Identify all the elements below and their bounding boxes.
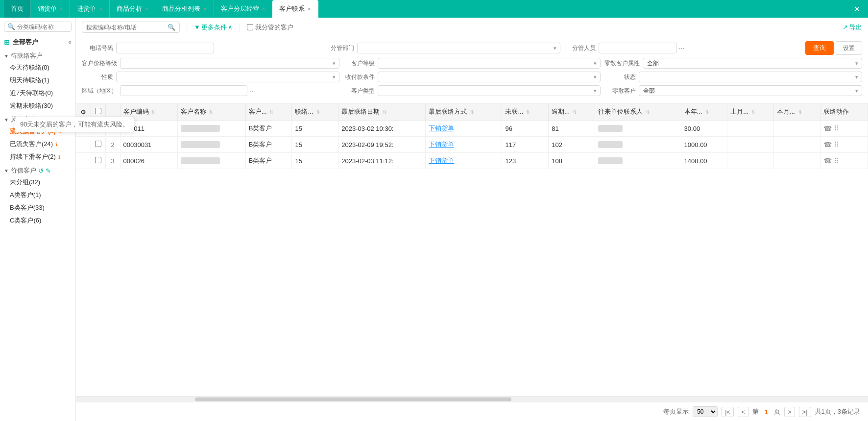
manager-input[interactable] bbox=[599, 43, 677, 53]
main-search-icon[interactable]: 🔍 bbox=[168, 24, 175, 31]
tab-home[interactable]: 首页 bbox=[4, 0, 31, 18]
col-contact[interactable]: 联络... ⇅ bbox=[292, 103, 338, 121]
export-btn[interactable]: ↗ 导出 bbox=[843, 23, 862, 32]
sidebar-item-tomorrow[interactable]: 明天待联络(1) bbox=[0, 74, 75, 87]
action-more-icon[interactable]: ⠿ bbox=[834, 141, 839, 149]
next-page-btn[interactable]: > bbox=[784, 407, 795, 417]
row-last-way[interactable]: 下销货单 bbox=[426, 153, 502, 169]
sort-icon-name[interactable]: ⇅ bbox=[209, 109, 213, 115]
action-more-icon[interactable]: ⠿ bbox=[834, 157, 839, 165]
tab-purchase-close[interactable]: × bbox=[99, 6, 102, 12]
row-checkbox[interactable] bbox=[91, 153, 105, 169]
sidebar-group-value[interactable]: ▼ 价值客户 ↺ ✎ bbox=[0, 163, 75, 176]
edit-icon[interactable]: ✎ bbox=[46, 167, 51, 174]
filter-divider-2 bbox=[240, 24, 240, 31]
sidebar-item-c-class[interactable]: C类客户(6) bbox=[0, 214, 75, 227]
type-select[interactable] bbox=[378, 85, 601, 96]
my-customers-checkbox[interactable] bbox=[247, 24, 253, 30]
sort-icon-lm[interactable]: ⇅ bbox=[751, 109, 755, 115]
col-category[interactable]: 客户... ⇅ bbox=[245, 103, 292, 121]
col-customer-name[interactable]: 客户名称 ⇅ bbox=[177, 103, 245, 121]
main-search-wrap[interactable]: 🔍 bbox=[82, 22, 180, 33]
sidebar-item-overdue[interactable]: 逾期未联络(30) bbox=[0, 99, 75, 112]
col-this-month[interactable]: 本月... ⇅ bbox=[774, 103, 820, 121]
sidebar-search-wrap[interactable]: 🔍 bbox=[4, 22, 72, 32]
tab-customer-contact[interactable]: 客户联系 × bbox=[272, 0, 318, 18]
close-window-btn[interactable]: ✕ bbox=[854, 4, 864, 14]
first-page-btn[interactable]: |< bbox=[722, 407, 734, 417]
refresh-icon[interactable]: ↺ bbox=[38, 167, 44, 174]
tab-sales-close[interactable]: × bbox=[60, 6, 63, 12]
region-input[interactable] bbox=[120, 85, 247, 96]
sidebar-item-churned[interactable]: 已流失客户(24) ℹ bbox=[0, 138, 75, 150]
row-last-way[interactable]: 下销货单 bbox=[426, 121, 502, 137]
more-conditions-btn[interactable]: ▼ 更多条件 ∧ bbox=[194, 23, 233, 32]
action-phone-icon[interactable]: ☎ bbox=[823, 157, 832, 165]
grade-select[interactable] bbox=[378, 58, 601, 69]
sort-icon-date[interactable]: ⇅ bbox=[383, 109, 386, 115]
phone-input[interactable] bbox=[116, 43, 214, 53]
tab-purchase[interactable]: 进货单 × bbox=[70, 0, 109, 18]
tab-analysis-list-close[interactable]: × bbox=[203, 6, 206, 12]
sort-icon-ty[interactable]: ⇅ bbox=[705, 109, 709, 115]
tab-analysis[interactable]: 商品分析 × bbox=[110, 0, 155, 18]
sidebar-item-7days[interactable]: 近7天待联络(0) bbox=[0, 87, 75, 99]
sort-icon-cat[interactable]: ⇅ bbox=[269, 109, 273, 115]
tab-customer-contact-close[interactable]: × bbox=[308, 6, 311, 12]
payment-select[interactable] bbox=[378, 72, 601, 82]
sort-icon-contact[interactable]: ⇅ bbox=[316, 109, 320, 115]
last-page-btn[interactable]: >| bbox=[799, 407, 811, 417]
main-search-input[interactable] bbox=[86, 24, 166, 31]
sort-icon-overdue[interactable]: ⇅ bbox=[573, 109, 577, 115]
zero-attr-select[interactable]: 全部 bbox=[643, 58, 862, 69]
tab-customer-contact-label: 客户联系 bbox=[279, 4, 305, 13]
tab-sales[interactable]: 销货单 × bbox=[31, 0, 70, 18]
payment-select-wrap bbox=[378, 72, 601, 82]
status-select[interactable] bbox=[639, 72, 862, 82]
region-dots[interactable]: ··· bbox=[249, 87, 255, 95]
action-phone-icon[interactable]: ☎ bbox=[823, 141, 832, 149]
sidebar-search-input[interactable] bbox=[17, 24, 68, 30]
sidebar-collapse-icon[interactable]: « bbox=[68, 39, 72, 46]
row-last-way[interactable]: 下销货单 bbox=[426, 137, 502, 153]
tab-customer-tier-close[interactable]: × bbox=[262, 6, 265, 12]
action-phone-icon[interactable]: ☎ bbox=[823, 124, 832, 132]
query-btn[interactable]: 查询 bbox=[805, 41, 834, 55]
sidebar-group-pending[interactable]: ▼ 待联络客户 bbox=[0, 49, 75, 61]
tab-customer-tier[interactable]: 客户分层经营 × bbox=[214, 0, 272, 18]
sidebar-root-item[interactable]: ⊞ 全部客户 « bbox=[0, 36, 75, 49]
sort-icon-cp[interactable]: ⇅ bbox=[646, 109, 650, 115]
gender-select[interactable] bbox=[116, 72, 339, 82]
prev-page-btn[interactable]: < bbox=[738, 407, 748, 417]
col-overdue[interactable]: 逾期... ⇅ bbox=[549, 103, 595, 121]
col-last-month[interactable]: 上月... ⇅ bbox=[727, 103, 774, 121]
sort-icon-no[interactable]: ⇅ bbox=[526, 109, 530, 115]
sort-icon-code[interactable]: ⇅ bbox=[151, 109, 155, 115]
row-checkbox[interactable] bbox=[91, 137, 105, 153]
my-customers-checkbox-wrap[interactable]: 我分管的客户 bbox=[247, 23, 293, 32]
settings-btn[interactable]: 设置 bbox=[836, 41, 862, 55]
sort-icon-way[interactable]: ⇅ bbox=[470, 109, 474, 115]
col-no-contact[interactable]: 未联... ⇅ bbox=[502, 103, 549, 121]
col-this-year[interactable]: 本年... ⇅ bbox=[681, 103, 727, 121]
select-all-checkbox[interactable] bbox=[95, 108, 101, 114]
sidebar-item-b-class[interactable]: B类客户(33) bbox=[0, 201, 75, 214]
col-last-way[interactable]: 最后联络方式 ⇅ bbox=[426, 103, 502, 121]
sidebar-item-a-class[interactable]: A类客户(1) bbox=[0, 189, 75, 201]
tab-analysis-list[interactable]: 商品分析列表 × bbox=[155, 0, 214, 18]
dept-select[interactable] bbox=[357, 43, 560, 53]
price-grade-select[interactable] bbox=[120, 58, 339, 69]
zero-customer-select[interactable]: 全部 bbox=[639, 85, 862, 96]
tab-analysis-close[interactable]: × bbox=[145, 6, 148, 12]
horizontal-scrollbar[interactable] bbox=[76, 396, 868, 402]
sidebar-item-today[interactable]: 今天待联络(0) bbox=[0, 61, 75, 74]
sidebar-item-ungrouped[interactable]: 未分组(32) bbox=[0, 176, 75, 189]
col-contact-person[interactable]: 往来单位联系人 ⇅ bbox=[595, 103, 681, 121]
action-more-icon[interactable]: ⠿ bbox=[834, 124, 839, 132]
col-last-date[interactable]: 最后联络日期 ⇅ bbox=[338, 103, 426, 121]
sort-icon-tm[interactable]: ⇅ bbox=[798, 109, 802, 115]
scrollbar-thumb[interactable] bbox=[195, 397, 512, 401]
per-page-select[interactable]: 50 100 200 bbox=[693, 406, 718, 417]
manager-dots[interactable]: ··· bbox=[679, 44, 685, 52]
sidebar-item-declining[interactable]: 持续下滑客户(2) ℹ bbox=[0, 150, 75, 163]
